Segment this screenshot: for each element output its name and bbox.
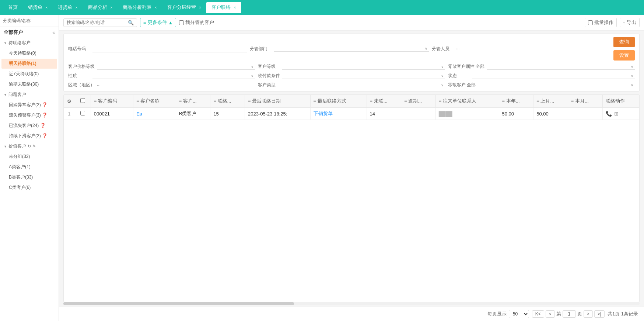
prev-page-button[interactable]: < [546,310,555,318]
row-method-link[interactable]: 下销货单 [314,111,333,116]
horizontal-scrollbar[interactable] [63,302,640,305]
retail-attr-select[interactable]: ∨ [487,64,635,70]
filter-customer-level: 客户等级 ∨ [258,63,445,70]
phone-input[interactable] [92,45,247,52]
manager-ellipsis[interactable]: ··· [456,46,460,51]
col-code[interactable]: ≡ 客户编码 [91,95,133,108]
nav-home[interactable]: 首页 [3,2,23,13]
my-customers-toggle[interactable]: 我分管的客户 [179,19,214,26]
page-size-select[interactable]: 50 100 200 [509,310,529,318]
data-table: ⚙ ≡ 客户编码 ≡ 客户名称 ≡ 客户... ≡ 联络... ≡ 最后联络日期… [64,95,639,120]
next-page-button[interactable]: > [584,310,593,318]
sidebar-all-customers[interactable]: 全部客户 « [0,27,59,38]
page-size-control: 每页显示 50 100 200 [487,310,529,318]
retail-label: 零散客户 全部 [448,82,476,88]
page-number-input[interactable] [563,310,576,318]
col-contact-person[interactable]: ≡ 往来单位联系人 [435,95,499,108]
filter-payment: 收付款条件 ∨ [258,73,445,79]
sidebar-collapse-icon[interactable]: « [52,30,55,35]
batch-checkbox[interactable] [588,20,593,25]
total-records: 共1页 1条记录 [608,311,638,317]
row-overdue [401,108,436,120]
sidebar-item-declining[interactable]: 持续下滑客户(2) ❓ [1,131,57,141]
filter-icon: ≡ [143,20,146,25]
first-page-button[interactable]: K< [532,310,544,318]
payment-select[interactable]: ∨ [282,73,445,79]
row-last-date: 2023-05-23 18:25: [245,108,311,120]
content-area: 🔍 ≡ 更多条件 ▲ 我分管的客户 批量操作 ↑ 导出 [59,15,644,321]
nav-close-purchase[interactable]: × [75,5,77,10]
col-last-method[interactable]: ≡ 最后联络方式 [310,95,367,108]
nature-select[interactable]: ∨ [92,73,255,79]
export-button[interactable]: ↑ 导出 [620,18,640,27]
nav-customer-contact[interactable]: 客户联络 × [206,2,241,13]
nav-close-product-analysis[interactable]: × [110,5,112,10]
row-checkbox[interactable] [80,111,85,115]
sidebar-item-tomorrow[interactable]: 明天待联络(1) [1,59,57,69]
nav-purchase[interactable]: 进货单 × [53,2,83,13]
customer-type-select[interactable]: ∨ [282,82,445,88]
col-contact[interactable]: ≡ 联络... [210,95,245,108]
row-actions: 📞 ⊞ [602,108,639,120]
nav-close-segmentation[interactable]: × [199,5,201,10]
value-edit-icon[interactable]: ✎ [32,144,36,149]
retail-select[interactable]: ∨ [478,82,635,88]
col-name[interactable]: ≡ 客户名称 [133,95,176,108]
select-all-checkbox[interactable] [80,98,85,103]
dept-select[interactable]: ∨ [274,46,428,52]
value-refresh-icon[interactable]: ↻ [28,144,31,149]
sidebar-search-area: 🔍 [0,15,59,27]
query-button[interactable]: 查询 [613,37,635,47]
col-type[interactable]: ≡ 客户... [176,95,210,108]
table-row: 1 000021 Ea B类客户 15 2023-05-23 18:25: 下销… [64,108,639,120]
search-input[interactable] [67,20,126,25]
sidebar-item-ungrouped[interactable]: 未分组(32) [1,152,57,162]
payment-label: 收付款条件 [258,73,280,79]
row-contact-count: 15 [210,108,245,120]
col-unlinked[interactable]: ≡ 未联... [367,95,401,108]
sidebar-item-churned[interactable]: 已流失客户(24) ❓ [1,121,57,131]
col-this-month[interactable]: ≡ 本月... [568,95,602,108]
sidebar-item-7days[interactable]: 近7天待联络(0) [1,69,57,79]
last-page-button[interactable]: >| [594,310,605,318]
main-content: 🔍 全部客户 « 待联络客户 今天待联络(0) 明天待联络(1) 近7天待联络(… [0,15,644,321]
sidebar-item-repurchase-abnormal[interactable]: 回购异常客户(2) ❓ [1,100,57,110]
action-buttons: 查询 设置 [613,37,635,61]
export-icon: ↑ [623,20,626,25]
nav-close-product-list[interactable]: × [154,5,157,10]
nav-product-analysis-list[interactable]: 商品分析列表 × [118,2,162,13]
action-grid-icon[interactable]: ⊞ [614,111,619,117]
sidebar-item-c-class[interactable]: C类客户(6) [1,183,57,193]
col-year[interactable]: ≡ 本年... [499,95,533,108]
sidebar-item-today[interactable]: 今天待联络(0) [1,48,57,58]
nav-product-analysis[interactable]: 商品分析 × [83,2,118,13]
sidebar-search-input[interactable] [3,18,58,23]
scroll-thumb[interactable] [63,302,294,305]
batch-button[interactable]: 批量操作 [585,18,617,27]
row-this-month-amount [568,108,602,120]
nav-close-contact[interactable]: × [234,5,236,10]
col-settings[interactable]: ⚙ [64,95,75,108]
col-last-date[interactable]: ≡ 最后联络日期 [245,95,311,108]
sidebar-item-b-class[interactable]: B类客户(33) [1,172,57,182]
sidebar-item-a-class[interactable]: A类客户(1) [1,162,57,172]
status-select[interactable]: ∨ [472,73,635,79]
sidebar-item-overdue[interactable]: 逾期未联络(30) [1,79,57,89]
nav-customer-segmentation[interactable]: 客户分层经营 × [162,2,206,13]
col-overdue[interactable]: ≡ 逾期... [401,95,436,108]
col-action: 联络动作 [602,95,639,108]
sidebar-item-churn-warning[interactable]: 流失预警客户(3) ❓ [1,110,57,120]
region-ellipsis[interactable]: ··· [97,83,101,88]
action-phone-icon[interactable]: 📞 [606,111,612,117]
nav-sales-order[interactable]: 销货单 × [23,2,53,13]
nav-close-sales[interactable]: × [45,5,48,10]
search-icon[interactable]: 🔍 [128,20,134,25]
col-last-month[interactable]: ≡ 上月... [533,95,568,108]
my-customers-checkbox[interactable] [179,20,184,25]
search-box: 🔍 [63,18,137,27]
status-label: 状态 [448,73,470,79]
set-button[interactable]: 设置 [613,50,635,61]
filter-button[interactable]: ≡ 更多条件 ▲ [140,18,176,27]
customer-level-select[interactable]: ∨ [282,64,445,70]
price-level-select[interactable]: ∨ [97,64,255,70]
